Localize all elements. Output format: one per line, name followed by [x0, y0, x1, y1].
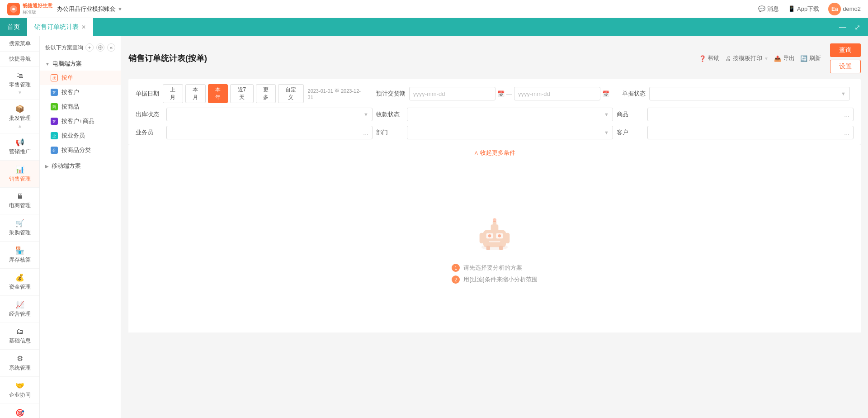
- payment-status-select[interactable]: ▼: [407, 108, 613, 121]
- scheme-by-order-icon: 按: [51, 74, 58, 81]
- maximize-icon[interactable]: ⤢: [852, 22, 863, 33]
- add-scheme-button[interactable]: +: [85, 43, 94, 52]
- scheme-by-product-icon: 商: [51, 103, 58, 110]
- sidebar-item-retail[interactable]: 🛍 零售管理 ▼: [0, 67, 40, 100]
- date-calendar-icon-1[interactable]: 📅: [497, 90, 505, 97]
- print-chevron-icon: ▼: [764, 56, 769, 61]
- scheme-item-by-category[interactable]: 分 按商品分类: [40, 143, 121, 157]
- refresh-button[interactable]: 🔄 刷新: [800, 54, 821, 62]
- filter-section: 单据日期 上月 本月 本年 近7天 更多 自定义 2023-01-01 至 20…: [128, 79, 861, 145]
- tab-home[interactable]: 首页: [0, 18, 27, 36]
- delivery-date-start[interactable]: [409, 87, 495, 100]
- system-icon: ⚙: [17, 354, 23, 363]
- settings-button[interactable]: 设置: [830, 60, 861, 73]
- header-right: 💬 消息 📱 App下载 Ea demo2: [758, 3, 861, 15]
- download-icon: 📱: [788, 5, 795, 12]
- ship-status-select[interactable]: ▼: [166, 108, 373, 121]
- department-label: 部门: [376, 128, 403, 137]
- help-icon: ❓: [699, 55, 706, 62]
- mobile-section-header[interactable]: ▶ 移动端方案: [40, 159, 121, 173]
- date-last-month[interactable]: 上月: [163, 84, 183, 103]
- print-button[interactable]: 🖨 按模板打印 ▼: [725, 54, 769, 62]
- scheme-by-customer-icon: 客: [51, 89, 58, 96]
- svg-rect-17: [499, 246, 503, 250]
- date-custom[interactable]: 自定义: [278, 84, 303, 103]
- date-this-year[interactable]: 本年: [208, 84, 228, 103]
- svg-rect-10: [489, 241, 500, 242]
- collapse-scheme-button[interactable]: «: [107, 43, 115, 52]
- print-icon: 🖨: [725, 55, 731, 62]
- ship-status-label: 出库状态: [136, 110, 163, 119]
- sidebar-item-purchase[interactable]: 🛒 采购管理: [0, 214, 40, 242]
- salesperson-select[interactable]: ...: [166, 126, 373, 139]
- date-more[interactable]: 更多: [256, 84, 276, 103]
- sidebar-item-ecommerce[interactable]: 🖥 电商管理: [0, 188, 40, 214]
- svg-rect-14: [480, 233, 484, 243]
- scheme-item-by-salesperson[interactable]: 业 按业务员: [40, 128, 121, 143]
- department-select[interactable]: ▼: [407, 126, 613, 139]
- sidebar-item-inventory[interactable]: 🏪 库存核算: [0, 242, 40, 269]
- sidebar-item-finance[interactable]: 💰 资金管理: [0, 269, 40, 296]
- salesperson-dots-icon[interactable]: ...: [363, 129, 368, 136]
- finance-icon: 💰: [15, 273, 24, 282]
- logo-text: 畅捷通好生意 标准版: [23, 2, 52, 15]
- arrow-icon: ▼: [18, 90, 22, 95]
- scheme-item-by-order[interactable]: 按 按单: [40, 71, 121, 85]
- customer-select[interactable]: ...: [647, 126, 854, 139]
- product-dots-icon[interactable]: ...: [844, 111, 849, 118]
- tab-close-icon[interactable]: ✕: [81, 24, 86, 30]
- company-selector[interactable]: 办公用品行业模拟账套 ▼: [57, 5, 123, 13]
- payment-status-label: 收款状态: [376, 110, 403, 119]
- svg-rect-15: [505, 233, 509, 243]
- page-title-bar: 销售订单统计表(按单) ❓ 帮助 🖨 按模板打印 ▼ 📤 导出: [128, 43, 861, 73]
- sidebar-item-wholesale[interactable]: 📦 批发管理 ▲: [0, 100, 40, 133]
- pc-section-header[interactable]: ▼ 电脑端方案: [40, 57, 121, 71]
- wholesale-icon: 📦: [15, 104, 24, 113]
- sidebar-item-enterprise[interactable]: 🤝 企业协同: [0, 377, 40, 404]
- empty-hint-1: 1 请先选择要分析的方案: [452, 264, 537, 272]
- sidebar-item-newbie[interactable]: 🎯 新手引导: [0, 404, 40, 418]
- main-content: 销售订单统计表(按单) ❓ 帮助 🖨 按模板打印 ▼ 📤 导出: [121, 36, 868, 418]
- scheme-panel: 按以下方案查询 + « ▼ 电脑端方案 按 按单: [40, 36, 121, 418]
- app-download-button[interactable]: 📱 App下载: [788, 5, 819, 13]
- tab-sales-stats[interactable]: 销售订单统计表 ✕: [27, 18, 93, 36]
- product-select[interactable]: ...: [647, 108, 854, 121]
- sidebar-item-basic[interactable]: 🗂 基础信息: [0, 323, 40, 350]
- sidebar-search[interactable]: 搜索菜单: [0, 36, 39, 52]
- date-this-month[interactable]: 本月: [185, 84, 206, 103]
- sidebar-item-operations[interactable]: 📈 经营管理: [0, 296, 40, 323]
- scheme-item-by-customer-product[interactable]: 客 按客户+商品: [40, 114, 121, 128]
- doc-status-select[interactable]: ▼: [649, 87, 850, 100]
- export-button[interactable]: 📤 导出: [774, 54, 795, 62]
- message-button[interactable]: 💬 消息: [758, 5, 779, 13]
- expected-delivery-controls: 📅 — 📅: [409, 87, 610, 100]
- retail-icon: 🛍: [16, 71, 24, 80]
- collapse-bar[interactable]: ∧ 收起更多条件: [128, 145, 861, 161]
- page-title: 销售订单统计表(按单): [128, 53, 207, 64]
- date-calendar-icon-2[interactable]: 📅: [602, 90, 609, 97]
- message-icon: 💬: [758, 5, 765, 12]
- help-button[interactable]: ❓ 帮助: [699, 54, 720, 62]
- scheme-item-by-product[interactable]: 商 按商品: [40, 100, 121, 114]
- tab-bar-actions: — ⤢: [837, 22, 868, 33]
- sidebar-item-system[interactable]: ⚙ 系统管理: [0, 350, 40, 377]
- minimize-icon[interactable]: —: [837, 22, 848, 33]
- delivery-date-end[interactable]: [514, 87, 600, 100]
- query-button[interactable]: 查询: [830, 43, 861, 57]
- sidebar-item-marketing[interactable]: 📢 营销推广: [0, 133, 40, 161]
- customer-dots-icon[interactable]: ...: [844, 129, 849, 136]
- avatar: Ea: [828, 3, 841, 15]
- filter-row-3: 业务员 ... 部门 ▼ 客户 ...: [136, 126, 854, 139]
- header-left: 畅捷通好生意 标准版 办公用品行业模拟账套 ▼: [7, 2, 123, 15]
- tab-bar: 首页 销售订单统计表 ✕ — ⤢: [0, 18, 868, 36]
- scheme-item-by-customer[interactable]: 客 按客户: [40, 85, 121, 100]
- scheme-panel-actions: + «: [85, 43, 115, 52]
- sales-icon: 📊: [15, 165, 24, 174]
- empty-state: 1 请先选择要分析的方案 2 用[过滤]条件来缩小分析范围: [128, 161, 861, 332]
- empty-hint-2: 2 用[过滤]条件来缩小分析范围: [452, 276, 537, 284]
- sidebar-shortcut[interactable]: 快捷导航: [0, 52, 39, 67]
- date-last-7-days[interactable]: 近7天: [230, 84, 253, 103]
- edit-scheme-button[interactable]: [96, 43, 104, 52]
- sidebar-item-sales[interactable]: 📊 销售管理: [0, 161, 40, 188]
- user-profile[interactable]: Ea demo2: [828, 3, 861, 15]
